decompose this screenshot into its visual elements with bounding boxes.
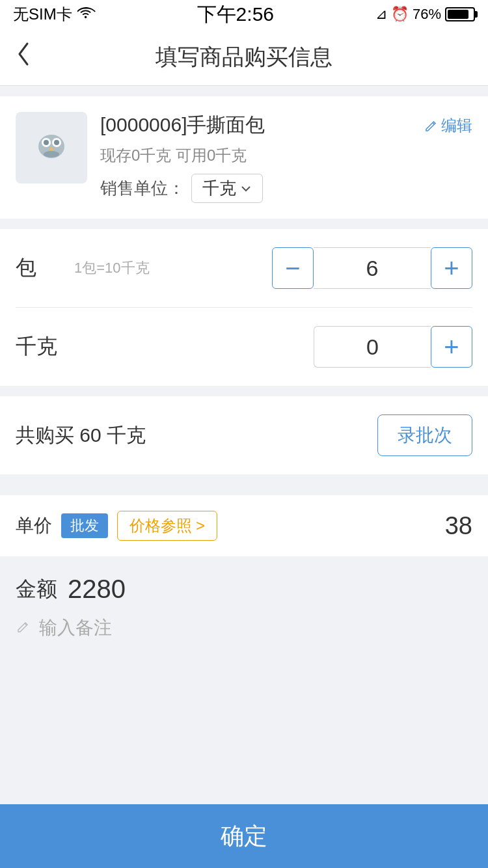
kg-quantity-input[interactable] [314,326,431,368]
svg-point-3 [44,140,49,145]
bao-sublabel: 1包=10千克 [74,258,150,278]
price-ref-arrow: > [196,517,205,535]
kg-input-row: 千克 + [16,308,472,386]
total-section: 共购买 60 千克 录批次 [0,396,488,474]
kg-label: 千克 [16,332,68,361]
alarm-icon: ⏰ [391,6,409,23]
confirm-button[interactable]: 确定 [0,804,488,868]
edit-button[interactable]: 编辑 [424,115,472,136]
input-section: 包 1包=10千克 − + 千克 + [0,229,488,386]
bao-quantity-input[interactable] [314,247,431,289]
price-ref-button[interactable]: 价格参照 > [117,511,217,541]
carrier-text: 无SIM卡 [13,4,72,25]
battery-icon [445,7,475,21]
amount-label: 金额 [16,575,57,604]
divider-2 [0,386,488,396]
amount-section: 金额 2280 输入备注 [0,556,488,657]
bao-label: 包 [16,254,68,282]
unit-label: 销售单位： [100,177,185,200]
note-placeholder[interactable]: 输入备注 [39,616,112,640]
product-info: [0000006]手撕面包 编辑 现存0千克 可用0千克 销售单位： 千克 [100,112,472,203]
status-time: 下午2:56 [197,1,274,28]
price-tag: 批发 [61,513,108,538]
divider-3 [0,474,488,485]
location-icon: ⊿ [375,6,387,23]
product-thumbnail [16,112,87,183]
kg-plus-button[interactable]: + [431,326,472,368]
bao-minus-button[interactable]: − [272,247,314,289]
battery-percent: 76% [413,6,441,23]
status-bar: 无SIM卡 下午2:56 ⊿ ⏰ 76% [0,0,488,29]
product-stock: 现存0千克 可用0千克 [100,145,472,166]
wifi-icon [77,5,96,23]
bao-input-row: 包 1包=10千克 − + [16,229,472,308]
status-carrier: 无SIM卡 [13,4,96,25]
status-right: ⊿ ⏰ 76% [375,6,475,23]
svg-point-4 [54,140,59,145]
back-button[interactable] [16,41,31,73]
amount-row: 金额 2280 [16,575,472,604]
minus-icon: − [285,254,300,283]
product-name: [0000006]手撕面包 [100,112,265,139]
plus-icon-kg: + [444,332,459,362]
svg-point-5 [44,151,59,157]
divider-1 [0,219,488,229]
unit-value: 千克 [202,177,236,200]
bao-plus-button[interactable]: + [431,247,472,289]
kg-controls: + [314,326,472,368]
confirm-button-label: 确定 [221,821,267,852]
page-title: 填写商品购买信息 [156,42,332,72]
product-icon [32,126,71,170]
bao-controls: − + [272,247,472,289]
batch-button-label: 录批次 [398,425,452,445]
unit-select[interactable]: 千克 [191,174,263,203]
price-label: 单价 [16,513,52,538]
edit-label: 编辑 [441,115,472,136]
plus-icon: + [444,254,459,283]
batch-button[interactable]: 录批次 [377,414,472,456]
price-section: 单价 批发 价格参照 > 38 [0,495,488,556]
product-section: [0000006]手撕面包 编辑 现存0千克 可用0千克 销售单位： 千克 [0,96,488,219]
total-text: 共购买 60 千克 [16,422,146,449]
nav-bar: 填写商品购买信息 [0,29,488,86]
note-row: 输入备注 [16,616,472,651]
pencil-icon [16,617,33,639]
amount-value: 2280 [68,575,126,604]
price-value: 38 [445,512,472,540]
price-ref-label: 价格参照 [129,515,192,536]
